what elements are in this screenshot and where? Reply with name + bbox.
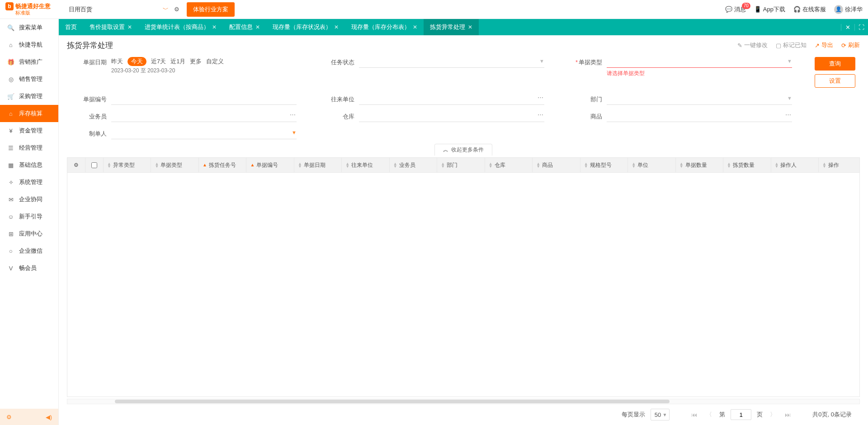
next-page-button[interactable]: 〉 xyxy=(768,411,778,419)
ellipsis-icon[interactable]: ⋯ xyxy=(785,111,792,118)
sidebar-item-5[interactable]: ⌂库存核算 xyxy=(0,105,58,122)
sidebar-item-11[interactable]: ☺新手引导 xyxy=(0,208,58,225)
sidebar-item-14[interactable]: V畅会员 xyxy=(0,260,58,277)
close-icon[interactable]: ✕ xyxy=(468,24,472,30)
collapse-sidebar-icon[interactable]: ◀) xyxy=(46,414,52,420)
column-header-2[interactable]: ▲拣货任务号 xyxy=(199,158,246,172)
salesman-input[interactable] xyxy=(111,111,297,122)
ellipsis-icon[interactable]: ⋯ xyxy=(290,111,297,118)
tab-1[interactable]: 售价提取设置✕ xyxy=(83,19,138,35)
column-settings-button[interactable]: ⚙ xyxy=(67,158,85,172)
results-table: ⚙ ▲▼异常类型▲▼单据类型▲拣货任务号▲单据编号▲▼单据日期▲▼往来单位▲▼业… xyxy=(59,157,868,425)
select-all-checkbox[interactable] xyxy=(85,158,104,172)
close-icon[interactable]: ✕ xyxy=(212,24,217,30)
column-header-10[interactable]: ▲▼规格型号 xyxy=(580,158,628,172)
warehouse-input[interactable] xyxy=(359,111,544,122)
column-header-5[interactable]: ▲▼往来单位 xyxy=(342,158,389,172)
close-icon[interactable]: ✕ xyxy=(127,24,132,30)
select-all-checkbox-input[interactable] xyxy=(91,162,97,168)
sidebar-item-10[interactable]: ✉企业协同 xyxy=(0,191,58,208)
sidebar-item-1[interactable]: ⌂快捷导航 xyxy=(0,36,58,53)
tab-6[interactable]: 拣货异常处理✕ xyxy=(424,19,479,35)
column-header-13[interactable]: ▲▼拣货数量 xyxy=(723,158,771,172)
goods-input[interactable] xyxy=(607,111,792,122)
date-quick-2[interactable]: 近7天 xyxy=(151,57,166,66)
fullscreen-button[interactable]: ⛶ xyxy=(854,24,868,31)
settings-icon[interactable]: ⚙ xyxy=(6,414,12,420)
column-header-8[interactable]: ▲▼仓库 xyxy=(485,158,533,172)
column-header-12[interactable]: ▲▼单据数量 xyxy=(676,158,723,172)
query-button[interactable]: 查询 xyxy=(815,57,855,71)
collapse-filters-button[interactable]: ︽ 收起更多条件 xyxy=(434,144,492,156)
date-quick-0[interactable]: 昨天 xyxy=(111,57,123,66)
date-quick-1[interactable]: 今天 xyxy=(127,57,146,66)
close-icon[interactable]: ✕ xyxy=(334,24,339,30)
column-header-7[interactable]: ▲▼部门 xyxy=(437,158,485,172)
ellipsis-icon[interactable]: ⋯ xyxy=(538,111,544,118)
tenant-select[interactable]: 日用百货 ﹀ xyxy=(69,5,169,14)
try-solution-button[interactable]: 体验行业方案 xyxy=(187,2,235,17)
date-quick-4[interactable]: 更多 xyxy=(190,57,202,66)
sidebar-item-2[interactable]: 🎁营销推广 xyxy=(0,53,58,71)
column-header-1[interactable]: ▲▼单据类型 xyxy=(151,158,198,172)
user-menu[interactable]: 👤 徐泽华 xyxy=(834,5,863,14)
settings-button[interactable]: 设置 xyxy=(815,74,855,88)
batch-edit-button[interactable]: ✎一键修改 xyxy=(737,41,768,49)
column-header-11[interactable]: ▲▼单位 xyxy=(628,158,675,172)
tab-2[interactable]: 进货单统计表（按商品）✕ xyxy=(138,19,223,35)
column-header-14[interactable]: ▲▼操作人 xyxy=(771,158,819,172)
sidebar-item-8[interactable]: ▦基础信息 xyxy=(0,156,58,174)
date-quick-3[interactable]: 近1月 xyxy=(170,57,185,66)
column-header-3[interactable]: ▲单据编号 xyxy=(246,158,294,172)
column-header-0[interactable]: ▲▼异常类型 xyxy=(104,158,151,172)
tab-4[interactable]: 现存量（库存状况表）✕ xyxy=(266,19,345,35)
close-icon[interactable]: ✕ xyxy=(413,24,417,30)
column-header-6[interactable]: ▲▼业务员 xyxy=(390,158,437,172)
support-button[interactable]: 🎧 在线客服 xyxy=(793,5,826,14)
page-number-input[interactable] xyxy=(731,409,751,420)
column-label: 异常类型 xyxy=(113,161,135,169)
last-page-button[interactable]: ⏭ xyxy=(783,411,793,418)
task-status-select[interactable] xyxy=(359,57,544,68)
sidebar-item-4[interactable]: 🛒采购管理 xyxy=(0,88,58,105)
ellipsis-icon[interactable]: ⋯ xyxy=(538,94,544,101)
close-icon[interactable]: ✕ xyxy=(255,24,260,30)
close-all-tabs-button[interactable]: ✕ xyxy=(841,24,854,31)
partner-input[interactable] xyxy=(359,94,544,105)
date-quick-5[interactable]: 自定义 xyxy=(206,57,224,66)
prev-page-button[interactable]: 〈 xyxy=(704,411,714,419)
sidebar-item-7[interactable]: ☰经营管理 xyxy=(0,139,58,156)
tab-5[interactable]: 现存量（库存分布表）✕ xyxy=(345,19,424,35)
app-download-button[interactable]: 📱 App下载 xyxy=(754,5,785,14)
sidebar-item-9[interactable]: ✧系统管理 xyxy=(0,174,58,191)
tab-label: 拣货异常处理 xyxy=(430,23,465,31)
horizontal-scrollbar[interactable] xyxy=(67,399,860,404)
sidebar-icon: ¥ xyxy=(7,128,14,134)
scrollbar-thumb[interactable] xyxy=(115,400,669,403)
column-label: 操作人 xyxy=(780,161,797,169)
tab-3[interactable]: 配置信息✕ xyxy=(223,19,266,35)
column-header-15[interactable]: ▲▼操作 xyxy=(819,158,859,172)
mark-read-button[interactable]: ▢标记已知 xyxy=(776,41,807,49)
sidebar-item-12[interactable]: ⊞应用中心 xyxy=(0,225,58,242)
dept-select[interactable] xyxy=(607,94,792,105)
first-page-button[interactable]: ⏮ xyxy=(689,411,699,418)
gear-icon[interactable]: ⚙ xyxy=(174,6,179,13)
per-page-select[interactable]: 50 ▼ xyxy=(651,409,670,420)
export-button[interactable]: ↗导出 xyxy=(815,41,833,49)
bill-type-select[interactable] xyxy=(607,57,792,68)
column-header-9[interactable]: ▲▼商品 xyxy=(533,158,580,172)
refresh-button[interactable]: ⟳刷新 xyxy=(841,41,860,49)
page-title: 拣货异常处理 xyxy=(67,40,113,51)
sidebar-item-6[interactable]: ¥资金管理 xyxy=(0,122,58,139)
message-button[interactable]: 💬 消息 70 xyxy=(725,5,746,14)
column-header-4[interactable]: ▲▼单据日期 xyxy=(294,158,342,172)
sort-asc-icon: ▲ xyxy=(203,164,207,166)
sidebar-item-13[interactable]: ○企业微信 xyxy=(0,242,58,260)
sidebar-item-0[interactable]: 🔍搜索菜单 xyxy=(0,19,58,36)
tab-label: 现存量（库存分布表） xyxy=(351,23,410,31)
maker-select[interactable] xyxy=(111,128,297,139)
bill-no-input[interactable] xyxy=(111,94,297,105)
tab-0[interactable]: 首页 xyxy=(59,19,83,35)
sidebar-item-3[interactable]: ◎销售管理 xyxy=(0,71,58,88)
